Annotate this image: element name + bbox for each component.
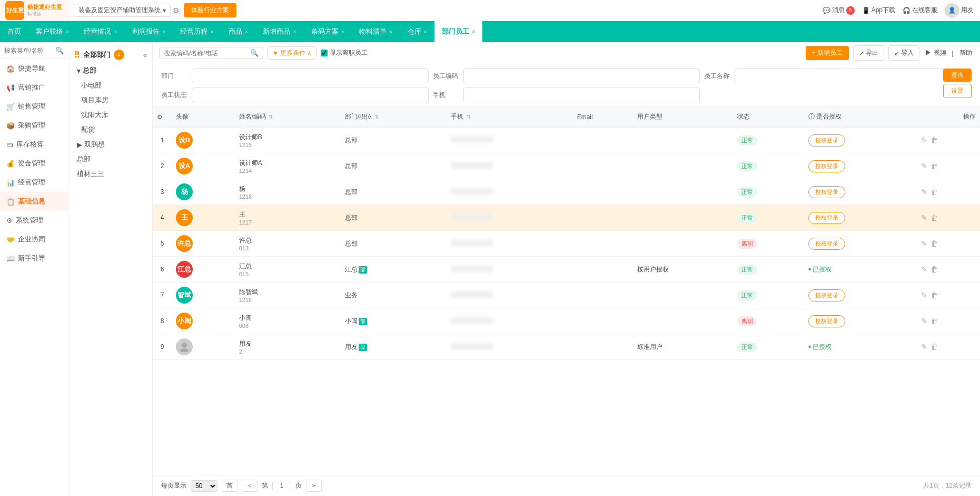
col-phone[interactable]: 手机 ⇅ — [447, 107, 572, 127]
tab-material[interactable]: 物料清单 × — [352, 21, 400, 42]
close-icon[interactable]: × — [472, 28, 475, 35]
page-number-input[interactable] — [272, 481, 291, 491]
sort-icon[interactable]: ⇅ — [269, 114, 273, 120]
col-settings[interactable]: ⚙ — [153, 107, 172, 127]
close-icon[interactable]: × — [210, 28, 213, 35]
sidebar-item-operation[interactable]: 📊 经营管理 — [0, 173, 68, 192]
tree-node-xiaodian[interactable]: 小电部 — [68, 78, 152, 93]
tab-customer[interactable]: 客户联络 × — [28, 21, 76, 42]
sidebar-item-marketing[interactable]: 📢 营销推广 — [0, 78, 68, 97]
sidebar-item-finance[interactable]: 💰 资金管理 — [0, 154, 68, 173]
sidebar-item-corp[interactable]: 🤝 企业协同 — [0, 230, 68, 249]
add-employee-button[interactable]: + 新增员工 — [806, 46, 849, 60]
close-icon[interactable]: × — [341, 28, 344, 35]
sidebar-item-guide[interactable]: 📖 新手引导 — [0, 249, 68, 268]
tab-business[interactable]: 经营情况 × — [76, 21, 124, 42]
messages-button[interactable]: 💬 消息 5 — [823, 6, 855, 15]
delete-icon[interactable]: 🗑 — [930, 188, 938, 196]
auth-login-button[interactable]: 授权登录 — [808, 289, 845, 302]
close-icon[interactable]: × — [162, 28, 165, 35]
trial-button[interactable]: 体验行业方案 — [184, 3, 236, 17]
auth-login-button[interactable]: 授权登录 — [808, 212, 845, 224]
sidebar-item-inventory[interactable]: 🗃 库存核算 — [0, 135, 68, 154]
online-support-button[interactable]: 🎧 在线客服 — [903, 6, 937, 15]
tab-warehouse[interactable]: 仓库 × — [400, 21, 434, 42]
search-input[interactable] — [164, 50, 248, 57]
tab-barcode[interactable]: 条码方案 × — [304, 21, 352, 42]
collapse-tree-button[interactable]: « — [143, 51, 147, 59]
tree-node-shuangpeng[interactable]: ▶ 双鹏想 — [68, 137, 152, 152]
tab-add-goods[interactable]: 新增商品 × — [255, 21, 303, 42]
edit-icon[interactable]: ✎ — [921, 239, 927, 248]
tree-node-zhucai[interactable]: 植材王三 — [68, 167, 152, 181]
next-page-button[interactable]: ＞ — [306, 480, 322, 492]
phone-input[interactable] — [463, 87, 700, 102]
first-page-button[interactable]: 首 — [222, 480, 237, 492]
view-button[interactable]: ▶ 视频 — [924, 47, 947, 59]
tab-profit[interactable]: 利润报告 × — [125, 21, 173, 42]
delete-icon[interactable]: 🗑 — [930, 136, 938, 144]
show-resigned-checkbox[interactable] — [321, 50, 328, 56]
export-button[interactable]: ↗ 导出 — [853, 45, 884, 61]
close-icon[interactable]: × — [424, 28, 427, 35]
auth-login-button[interactable]: 授权登录 — [808, 134, 845, 147]
sort-icon[interactable]: ⇅ — [375, 114, 379, 120]
close-icon[interactable]: × — [66, 28, 69, 35]
edit-icon[interactable]: ✎ — [921, 343, 927, 351]
tree-node-project[interactable]: 项目库房 — [68, 93, 152, 108]
delete-icon[interactable]: 🗑 — [930, 213, 938, 222]
emp-name-input[interactable] — [735, 69, 972, 83]
system-selector[interactable]: 装备及固定资产辅助管理系统 ▾ — [74, 4, 171, 17]
edit-icon[interactable]: ✎ — [921, 265, 927, 274]
delete-icon[interactable]: 🗑 — [930, 162, 938, 170]
tree-node-root[interactable]: ▾ 总部 — [68, 63, 152, 78]
emp-code-input[interactable] — [463, 69, 700, 83]
col-dept-role[interactable]: 部门/职位 ⇅ — [341, 107, 447, 127]
edit-icon[interactable]: ✎ — [921, 188, 927, 196]
delete-icon[interactable]: 🗑 — [930, 343, 938, 351]
delete-icon[interactable]: 🗑 — [930, 317, 938, 325]
tree-node-peihu[interactable]: 配货 — [68, 122, 152, 137]
prev-page-button[interactable]: ＜ — [242, 480, 258, 492]
add-dept-button[interactable]: + — [114, 50, 124, 60]
tree-node-zongbu[interactable]: 总部 — [68, 152, 152, 167]
per-page-select[interactable]: 50 100 — [191, 480, 217, 492]
sidebar-item-system[interactable]: ⚙ 系统管理 — [0, 211, 68, 230]
close-icon[interactable]: × — [245, 28, 248, 35]
app-download-button[interactable]: 📱 App下载 — [862, 6, 895, 15]
emp-status-select[interactable] — [192, 87, 429, 102]
edit-icon[interactable]: ✎ — [921, 317, 927, 325]
edit-icon[interactable]: ✎ — [921, 136, 927, 144]
auth-login-button[interactable]: 授权登录 — [808, 315, 845, 327]
sidebar-item-purchase[interactable]: 📦 采购管理 — [0, 116, 68, 135]
auth-login-button[interactable]: 授权登录 — [808, 186, 845, 198]
close-icon[interactable]: × — [114, 28, 117, 35]
gear-icon[interactable]: ⚙ — [173, 6, 180, 15]
user-avatar-area[interactable]: 👤 用友 — [945, 3, 974, 18]
help-button[interactable]: 帮助 — [958, 47, 974, 59]
sidebar-item-sales[interactable]: 🛒 销售管理 — [0, 97, 68, 116]
delete-icon[interactable]: 🗑 — [930, 239, 938, 248]
sidebar-item-basic[interactable]: 📋 基础信息 — [0, 192, 68, 211]
close-icon[interactable]: × — [293, 28, 296, 35]
tab-goods[interactable]: 商品 × — [221, 21, 255, 42]
edit-icon[interactable]: ✎ — [921, 291, 927, 299]
tab-home[interactable]: 首页 — [0, 21, 28, 42]
show-resigned-checkbox-wrap[interactable]: 显示离职员工 — [321, 48, 368, 57]
import-button[interactable]: ↙ 导入 — [888, 45, 919, 61]
more-filter-button[interactable]: ▼ 更多条件 ∧ — [268, 46, 316, 60]
auth-login-button[interactable]: 授权登录 — [808, 160, 845, 172]
set-button[interactable]: 设置 — [943, 84, 972, 98]
tab-history[interactable]: 经营历程 × — [173, 21, 221, 42]
sidebar-item-quick-nav[interactable]: 🏠 快捷导航 — [0, 59, 68, 78]
tab-staff[interactable]: 部门员工 × — [434, 21, 482, 42]
auth-login-button[interactable]: 授权登录 — [808, 238, 845, 250]
edit-icon[interactable]: ✎ — [921, 162, 927, 170]
query-button[interactable]: 查询 — [943, 69, 972, 82]
delete-icon[interactable]: 🗑 — [930, 291, 938, 299]
sidebar-search-input[interactable] — [4, 47, 53, 54]
sort-icon[interactable]: ⇅ — [467, 114, 471, 120]
col-name-code[interactable]: 姓名/编码 ⇅ — [235, 107, 341, 127]
edit-icon[interactable]: ✎ — [921, 213, 927, 222]
dept-select[interactable] — [192, 69, 429, 83]
